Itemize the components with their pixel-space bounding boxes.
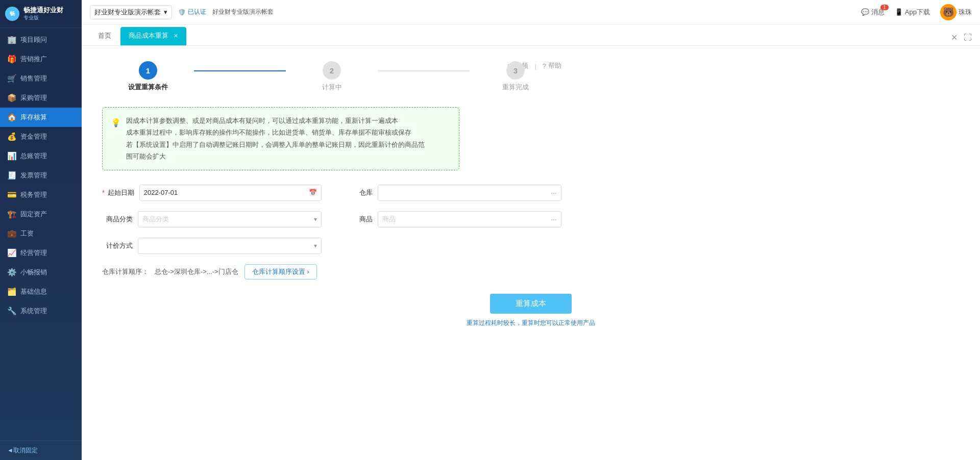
sidebar-item-marketing[interactable]: 🎁 营销推广	[0, 49, 82, 69]
recalc-button[interactable]: 重算成本	[490, 294, 572, 314]
sidebar-label-invoice: 发票管理	[20, 171, 47, 180]
step-3-label: 重算完成	[502, 83, 529, 92]
user-avatar: 🐻	[940, 4, 957, 20]
sidebar-item-sales[interactable]: 🛒 销售管理	[0, 69, 82, 88]
invoice-icon: 🧾	[7, 171, 16, 180]
message-button[interactable]: 💬 消息 1	[861, 8, 885, 17]
account-selector[interactable]: 好业财专业版演示帐套 ▾	[90, 5, 172, 19]
warehouse-input[interactable]: ···	[378, 185, 561, 201]
sidebar-label-assets: 固定资产	[20, 210, 47, 219]
sidebar-nav: 🏢 项目顾问 🎁 营销推广 🛒 销售管理 📦 采购管理 🏠 库存核算 💰 资金管…	[0, 28, 82, 441]
info-icon: 💡	[111, 116, 121, 163]
purchase-icon: 📦	[7, 93, 16, 103]
calendar-icon[interactable]: 📅	[309, 189, 317, 196]
verified-label: 已认证	[188, 8, 206, 16]
info-box: 💡 因成本计算参数调整、或是对商品成本有疑问时，可以通过成本重算功能，重新计算一…	[102, 107, 459, 170]
form-section: * 起始日期 2022-07-01 📅 仓库 ···	[102, 185, 561, 279]
sidebar-label-purchase: 采购管理	[20, 93, 47, 103]
tab-close-icon[interactable]: ✕	[174, 33, 178, 39]
sidebar-item-tax[interactable]: 💳 税务管理	[0, 185, 82, 205]
required-star: *	[102, 189, 105, 196]
sidebar-footer[interactable]: ◄取消固定	[0, 441, 82, 460]
info-text: 因成本计算参数调整、或是对商品成本有疑问时，可以通过成本重算功能，重新计算一遍成…	[126, 115, 425, 163]
step-1-label: 设置重算条件	[128, 83, 168, 92]
sidebar-title: 畅捷通好业财	[23, 6, 63, 14]
price-chevron-icon	[314, 242, 317, 249]
step-2-label: 计算中	[322, 83, 342, 92]
sidebar-item-base[interactable]: 🗂️ 基础信息	[0, 282, 82, 301]
payroll-icon: 💼	[7, 229, 16, 238]
start-date-field: * 起始日期 2022-07-01 📅	[102, 185, 322, 201]
goods-input[interactable]: 商品 ···	[378, 211, 561, 227]
topbar: 好业财专业版演示帐套 ▾ 🛡️ 已认证 好业财专业版演示帐套 💬 消息 1 📱 …	[82, 0, 980, 24]
tabbar: 首页 商品成本重算 ✕ ✕ ⛶	[82, 24, 980, 46]
app-download-button[interactable]: 📱 App下载	[895, 8, 930, 17]
start-date-input[interactable]: 2022-07-01 📅	[139, 185, 322, 201]
sidebar-item-assets[interactable]: 🏗️ 固定资产	[0, 205, 82, 224]
sidebar-label-project: 项目顾问	[20, 35, 47, 44]
tax-icon: 💳	[7, 190, 16, 199]
sidebar-item-system[interactable]: 🔧 系统管理	[0, 301, 82, 321]
expense-icon: ⚙️	[7, 268, 16, 277]
warehouse-order-value: 总仓->深圳仓库->...->门店仓	[155, 267, 238, 276]
verified-badge: 🛡️ 已认证	[178, 8, 206, 16]
form-row-2: 商品分类 商品分类 商品 商品 ···	[102, 211, 561, 227]
shield-icon: 🛡️	[178, 9, 186, 16]
goods-field: 商品 商品 ···	[342, 211, 561, 227]
question-icon: ?	[543, 62, 546, 70]
form-row-1: * 起始日期 2022-07-01 📅 仓库 ···	[102, 185, 561, 201]
connector-1-2	[194, 70, 286, 71]
account-name: 好业财专业版演示帐套	[94, 8, 161, 17]
step-3-circle: 3	[506, 61, 525, 80]
chevron-right-icon: ›	[307, 268, 309, 275]
sidebar-item-purchase[interactable]: 📦 采购管理	[0, 88, 82, 108]
sidebar-item-finance[interactable]: 💰 资金管理	[0, 127, 82, 146]
warehouse-label: 仓库	[342, 188, 373, 197]
message-badge: 1	[880, 5, 889, 10]
sidebar-item-payroll[interactable]: 💼 工资	[0, 224, 82, 243]
category-placeholder: 商品分类	[142, 215, 169, 224]
tab-recalc[interactable]: 商品成本重算 ✕	[120, 27, 186, 45]
sidebar-label-base: 基础信息	[20, 287, 47, 296]
content-area: 1 设置重算条件 2 计算中 3 重算完成 ▷ 视频	[82, 46, 980, 460]
user-name: 珠珠	[959, 8, 972, 17]
assets-icon: 🏗️	[7, 210, 16, 219]
warehouse-order-btn[interactable]: 仓库计算顺序设置 ›	[244, 264, 317, 279]
expand-window-icon[interactable]: ⛶	[964, 33, 972, 42]
sidebar-label-expense: 小畅报销	[20, 268, 47, 277]
step-1: 1 设置重算条件	[102, 61, 194, 92]
sidebar-label-finance: 资金管理	[20, 132, 47, 141]
system-icon: 🔧	[7, 306, 16, 316]
project-icon: 🏢	[7, 35, 16, 44]
sidebar-item-accounting[interactable]: 📊 总账管理	[0, 146, 82, 166]
category-select[interactable]: 商品分类	[138, 211, 322, 227]
price-select[interactable]	[138, 238, 322, 254]
step-2: 2 计算中	[286, 61, 378, 92]
user-profile[interactable]: 🐻 珠珠	[940, 4, 972, 20]
category-field: 商品分类 商品分类	[102, 211, 322, 227]
account-dropdown-icon: ▾	[164, 8, 167, 16]
dots-icon: ···	[551, 189, 557, 197]
sidebar-item-inventory[interactable]: 🏠 库存核算	[0, 108, 82, 127]
category-label: 商品分类	[102, 215, 133, 224]
help-link[interactable]: ? 帮助	[543, 61, 561, 70]
sidebar-item-invoice[interactable]: 🧾 发票管理	[0, 166, 82, 185]
warehouse-order-label: 仓库计算顺序：	[102, 267, 149, 276]
inventory-icon: 🏠	[7, 113, 16, 122]
close-window-icon[interactable]: ✕	[951, 33, 958, 42]
sidebar-item-business[interactable]: 📈 经营管理	[0, 243, 82, 263]
sidebar-item-project[interactable]: 🏢 项目顾问	[0, 30, 82, 49]
warehouse-field: 仓库 ···	[342, 185, 561, 201]
sidebar-item-expense[interactable]: ⚙️ 小畅报销	[0, 263, 82, 282]
tab-home[interactable]: 首页	[90, 27, 119, 45]
sidebar-label-inventory: 库存核算	[20, 113, 47, 122]
sidebar-label-payroll: 工资	[20, 229, 34, 238]
connector-2-3	[378, 70, 470, 71]
phone-icon: 📱	[895, 8, 903, 16]
start-date-label: * 起始日期	[102, 188, 134, 197]
chevron-down-icon	[314, 215, 317, 223]
sidebar-label-business: 经营管理	[20, 248, 47, 258]
business-icon: 📈	[7, 248, 16, 258]
date-value: 2022-07-01	[144, 189, 178, 196]
stepper: 1 设置重算条件 2 计算中 3 重算完成	[102, 61, 561, 92]
